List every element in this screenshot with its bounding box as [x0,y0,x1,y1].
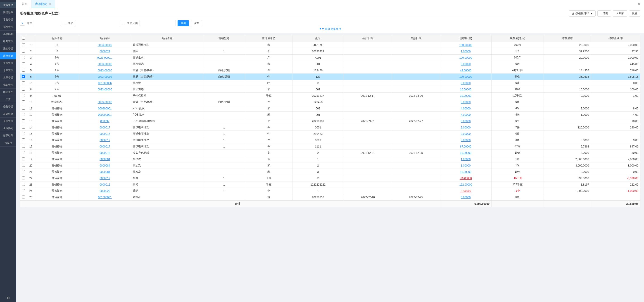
row-checkbox[interactable] [22,132,25,135]
category-select[interactable] [140,20,176,26]
row-checkbox-cell[interactable] [20,48,27,55]
tab-home[interactable]: 首页 [18,0,32,8]
warehouse-input[interactable] [34,20,61,26]
sidebar-item-tax[interactable]: 税务管理 [0,81,16,89]
row-checkbox[interactable] [22,50,25,53]
filter-setting-button[interactable]: 设置 [191,20,202,26]
row-checkbox[interactable] [22,170,25,173]
row-checkbox-cell[interactable] [20,143,27,150]
row-qty-main[interactable]: 2.00000 [440,124,491,131]
row-checkbox-cell[interactable] [20,42,27,48]
row-checkbox[interactable] [22,151,25,154]
row-checkbox[interactable] [22,43,25,46]
row-checkbox[interactable] [22,100,25,103]
product-dots[interactable]: ... [122,21,125,25]
row-checkbox-cell[interactable] [20,80,27,86]
row-checkbox-cell[interactable] [20,93,27,99]
row-qty-main[interactable]: 100.00000 [440,42,491,48]
row-qty-main[interactable]: 49.60000 [440,67,491,74]
select-all-checkbox[interactable] [22,37,25,40]
row-qty-main[interactable]: 100.00000 [440,55,491,61]
print-button[interactable]: 🖨 按模板打印 ▼ [569,11,596,17]
sidebar-item-system[interactable]: 系统管理 [0,118,16,125]
row-code[interactable]: 001000026 [79,80,131,86]
row-code[interactable]: 0023-00009 [79,42,131,48]
row-checkbox-cell[interactable] [20,137,27,143]
row-checkbox[interactable] [22,158,25,161]
expand-more-conditions[interactable]: ▼ ▼ 展开更多条件 [20,27,640,31]
sidebar-item-newbie[interactable]: 新手引导 [0,132,16,139]
sidebar-item-finance[interactable]: 资金管理 [0,60,16,67]
row-checkbox-cell[interactable] [20,194,27,201]
row-qty-main[interactable]: -1.00000 [440,188,491,194]
row-code[interactable]: 0000017 [79,124,131,131]
sidebar-item-fixed-assets[interactable]: 固定资产 [0,89,16,96]
row-qty-main[interactable]: 87.00000 [440,143,491,150]
sidebar-item-cloud[interactable]: 云应用 [0,139,16,146]
row-qty-main[interactable]: 0.00000 [440,118,491,124]
row-checkbox-cell[interactable] [20,182,27,188]
tab-close-icon[interactable]: ✕ [49,3,51,6]
tab-batch-inventory[interactable]: 库存批次 ✕ [32,0,55,8]
refresh-button[interactable]: ↺ 刷新 [613,11,627,17]
row-checkbox[interactable] [22,164,25,167]
sidebar-item-payroll[interactable]: 工资 [0,96,16,103]
row-code[interactable]: 001000031 [79,194,131,201]
row-code[interactable]: 0000017 [79,137,131,143]
row-checkbox[interactable] [22,113,25,116]
row-checkbox[interactable] [22,107,25,110]
row-checkbox[interactable] [22,88,25,91]
row-qty-main[interactable]: 1.00000 [440,156,491,163]
row-qty-main[interactable]: 1.00000 [440,163,491,169]
sidebar-item-ecommerce[interactable]: 电商管理 [0,38,16,45]
row-code[interactable]: 0000084 [79,156,131,163]
row-qty-main[interactable]: 100.00000 [440,74,491,80]
row-checkbox-cell[interactable] [20,74,27,80]
sidebar-item-retail[interactable]: 零售管理 [0,16,16,23]
row-qty-main[interactable]: 0.00000 [440,194,491,201]
row-code[interactable]: 0000084 [79,163,131,169]
row-code[interactable]: 0023-00008 [79,99,131,105]
sidebar-item-wholesale[interactable]: 批发管理 [0,23,16,31]
row-code[interactable]: 0000078 [79,150,131,156]
row-checkbox[interactable] [22,94,25,97]
row-code[interactable]: 0000084 [79,169,131,175]
row-qty-main[interactable]: -16.00000 [440,175,491,182]
row-qty-main[interactable]: 10.00000 [440,86,491,93]
row-checkbox-cell[interactable] [20,67,27,74]
row-qty-main[interactable]: 0.00000 [440,99,491,105]
row-code[interactable]: 0000029 [79,188,131,194]
row-qty-main[interactable]: 10.00000 [440,93,491,99]
row-code[interactable]: 000900001 [79,105,131,112]
sidebar-item-operations[interactable]: 经营管理 [0,103,16,110]
sidebar-item-small-ecommerce[interactable]: 小腊电商 [0,31,16,38]
row-checkbox[interactable] [22,138,25,141]
row-checkbox[interactable] [22,69,25,72]
sidebar-item-basic-info[interactable]: 基础信息 [0,110,16,118]
row-checkbox[interactable] [22,177,25,180]
row-qty-main[interactable]: 0.00000 [440,131,491,137]
row-checkbox-cell[interactable] [20,105,27,112]
sidebar-item-purchase[interactable]: 采购管理 [0,45,16,52]
row-checkbox-cell[interactable] [20,156,27,163]
row-checkbox[interactable] [22,62,25,65]
row-qty-main[interactable]: 10.00000 [440,150,491,156]
row-qty-main[interactable]: 4.00000 [440,105,491,112]
row-code[interactable]: 000097 [79,118,131,124]
warehouse-dots[interactable]: ... [63,21,66,25]
row-checkbox[interactable] [22,145,25,148]
row-checkbox[interactable] [22,81,25,84]
row-code[interactable]: 0023-00008 [79,74,131,80]
row-checkbox-cell[interactable] [20,118,27,124]
row-checkbox-cell[interactable] [20,55,27,61]
col-check[interactable] [20,35,27,42]
row-checkbox[interactable] [22,189,25,192]
row-code[interactable]: 0000012 [79,182,131,188]
row-qty-main[interactable]: 10.00000 [440,169,491,175]
row-qty-main[interactable]: 3.00000 [440,137,491,143]
window-close-icon[interactable]: ✕ [636,2,642,6]
row-checkbox[interactable] [22,196,25,199]
row-checkbox[interactable] [22,56,25,59]
row-code[interactable]: 0023-00005 [79,61,131,67]
row-code[interactable]: 0023-00005 [79,67,131,74]
